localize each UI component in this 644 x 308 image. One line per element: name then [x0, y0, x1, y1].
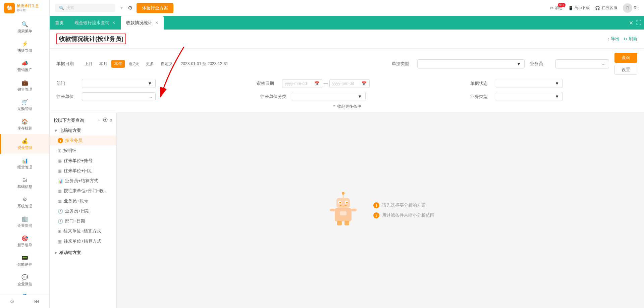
date-btn-more[interactable]: 更多: [143, 60, 157, 68]
right-content-area: 1 请先选择要分析的方案 2 用过滤条件来缩小分析范围: [117, 112, 644, 308]
schema-section-mobile-header[interactable]: ▼ 移动端方案: [50, 248, 116, 258]
doc-status-select[interactable]: ▼: [496, 79, 563, 88]
partner-more-btn[interactable]: ...: [149, 94, 152, 99]
tab-bank-flow[interactable]: 现金银行流水查询 ✕: [69, 16, 121, 30]
partner-select[interactable]: ...: [82, 92, 156, 101]
sidebar-item-wechat[interactable]: 💬 企业微信: [0, 270, 49, 290]
schema-item-partner-dept-collect[interactable]: ▦ 按往来单位+部门+收...: [50, 186, 116, 196]
schema-section-desktop-header[interactable]: ▼ 电脑端方案: [50, 125, 116, 136]
date-filter-label: 单据日期: [56, 61, 76, 67]
tab-collection-stats-close[interactable]: ✕: [155, 20, 158, 25]
robot-svg: [326, 191, 360, 228]
schema-item-label: 往来单位+账号: [64, 158, 93, 164]
filter-row-dept: 部门 ▼ 审核日期 yyyy-mm-dd 📅 —: [56, 79, 637, 88]
export-button[interactable]: ↑ 导出: [607, 36, 620, 42]
tab-bar: 首页 现金银行流水查询 ✕ 收款情况统计 ✕ ✕ ⛶: [50, 16, 644, 30]
sidebar-item-company[interactable]: 🏢 企业协同: [0, 212, 49, 232]
sidebar-item-search[interactable]: 🔍 搜索菜单: [0, 17, 49, 37]
page-content: 收款情况统计(按业务员) ↑ 导出 ↻ 刷新 单据日期: [50, 30, 644, 308]
member-icon: 🏅: [21, 293, 28, 295]
tip-text-2: 用过滤条件来缩小分析范围: [382, 212, 434, 218]
message-action[interactable]: ✉ 消息 99+: [550, 5, 563, 11]
date-btn-this-year[interactable]: 本年: [111, 60, 125, 68]
date-btn-this-month[interactable]: 本月: [97, 60, 110, 68]
svg-rect-11: [337, 221, 342, 225]
svg-rect-9: [330, 209, 335, 211]
filter-row-date: 单据日期 上月 本月 本年 近7天 更多 自定义 2023-01-01 至 20…: [56, 53, 637, 75]
user-avatar[interactable]: R Rit: [623, 3, 639, 13]
partner-category-select[interactable]: ▼: [292, 92, 366, 101]
sidebar-item-guide[interactable]: 🎯 新手引导: [0, 232, 49, 251]
tab-collection-stats[interactable]: 收款情况统计 ✕: [121, 16, 164, 30]
date-btn-custom[interactable]: 自定义: [158, 60, 175, 68]
schema-item-label: 业务员+结算方式: [65, 178, 98, 184]
tab-home[interactable]: 首页: [50, 16, 69, 30]
app-download-action[interactable]: 📱 App下载: [568, 5, 590, 11]
detail-icon: ⊞: [58, 148, 61, 153]
sidebar-item-hardware[interactable]: 📟 智能硬件: [0, 251, 49, 270]
basic-icon: 🗂: [21, 176, 28, 183]
business-type-select[interactable]: ▼: [496, 92, 563, 101]
refresh-label: 刷新: [629, 36, 637, 42]
wechat-icon: 💬: [21, 274, 28, 280]
online-service-action[interactable]: 🎧 在线客服: [595, 5, 618, 11]
sidebar-item-finance[interactable]: 💰 资金管理: [0, 134, 49, 154]
topbar-gear-icon[interactable]: ⚙: [128, 5, 132, 11]
settings-icon[interactable]: ⚙: [10, 298, 14, 305]
export-icon: ↑: [607, 37, 610, 42]
review-date-input-group: yyyy-mm-dd 📅 — yyyy-mm-dd 📅: [282, 79, 370, 88]
trial-button[interactable]: 体验行业方案: [137, 3, 173, 13]
sidebar-item-system[interactable]: ⚙ 系统管理: [0, 193, 49, 212]
topbar-dropdown-icon[interactable]: ▼: [119, 5, 124, 10]
dept-select[interactable]: ▼: [82, 79, 156, 88]
schema-item-partner-date[interactable]: ▦ 往来单位+日期: [50, 166, 116, 176]
schema-item-by-salesperson[interactable]: ● 按业务员: [50, 136, 116, 146]
partner-account-icon: ▦: [58, 158, 62, 163]
schema-item-partner-account[interactable]: ▦ 往来单位+账号: [50, 156, 116, 166]
add-schema-btn[interactable]: ＋: [97, 117, 101, 123]
fullscreen-icon[interactable]: ⛶: [636, 20, 641, 26]
app-download-label: App下载: [575, 5, 590, 11]
review-date-end-placeholder: yyyy-mm-dd: [332, 81, 354, 86]
marketing-icon: 📣: [21, 60, 28, 66]
sidebar-item-warehouse[interactable]: 🏠 库存核算: [0, 115, 49, 134]
schema-item-dept-date[interactable]: 🕐 部门+日期: [50, 216, 116, 226]
settings-button[interactable]: 设置: [614, 65, 637, 75]
schema-item-label: 往来单位+日期: [64, 168, 93, 174]
sidebar-item-quicknav[interactable]: ⚡ 快捷导航: [0, 37, 49, 56]
sidebar-item-purchase[interactable]: 🛒 采购管理: [0, 95, 49, 115]
schema-item-label: 按往来单位+部门+收...: [64, 188, 107, 194]
close-all-icon[interactable]: ✕: [629, 20, 633, 26]
date-btn-7days[interactable]: 近7天: [126, 60, 142, 68]
business-type-chevron-icon: ▼: [555, 94, 559, 99]
page-header: 收款情况统计(按业务员) ↑ 导出 ↻ 刷新: [50, 30, 644, 49]
sidebar-item-member[interactable]: 🏅 畅会员: [0, 290, 49, 295]
review-date-start-input[interactable]: yyyy-mm-dd 📅: [282, 79, 322, 88]
doc-type-select[interactable]: ▼: [417, 59, 525, 68]
sidebar-item-label: 系统管理: [17, 204, 32, 209]
schema-item-salesperson-account[interactable]: ▦ 业务员+账号: [50, 196, 116, 206]
schema-item-salesperson-settlement[interactable]: 📊 业务员+结算方式: [50, 176, 116, 186]
collapse-icon[interactable]: ⏮: [34, 298, 40, 305]
salesperson-select[interactable]: ···: [555, 59, 609, 68]
review-date-end-input[interactable]: yyyy-mm-dd 📅: [329, 79, 370, 88]
date-btn-last-month[interactable]: 上月: [82, 60, 95, 68]
svg-rect-13: [340, 211, 346, 215]
schema-item-by-detail[interactable]: ⊞ 按明细: [50, 146, 116, 156]
refresh-button[interactable]: ↻ 刷新: [624, 36, 637, 42]
query-button[interactable]: 查询: [614, 53, 637, 63]
username-label: Rit: [634, 6, 639, 10]
warehouse-icon: 🏠: [21, 118, 28, 125]
sidebar-item-operation[interactable]: 📊 经营管理: [0, 154, 49, 173]
collapse-bar[interactable]: ⌃ 收起更多条件: [50, 101, 644, 112]
logo-text: 畅捷通好生意: [17, 3, 39, 8]
collapse-panel-btn[interactable]: «: [109, 117, 112, 123]
sidebar-item-sales[interactable]: 💼 销售管理: [0, 76, 49, 95]
sidebar-item-marketing[interactable]: 📣 营销推广: [0, 56, 49, 76]
sidebar-item-basic[interactable]: 🗂 基础信息: [0, 173, 49, 193]
schema-item-partner-settlement2[interactable]: ▦ 往来单位+结算方式: [50, 236, 116, 246]
tab-bank-flow-close[interactable]: ✕: [112, 20, 115, 25]
schema-item-salesperson-date[interactable]: 🕐 业务员+日期: [50, 206, 116, 216]
schema-settings-btn[interactable]: [103, 117, 108, 123]
schema-item-partner-settlement1[interactable]: ⊞ 往来单位+结算方式: [50, 226, 116, 236]
